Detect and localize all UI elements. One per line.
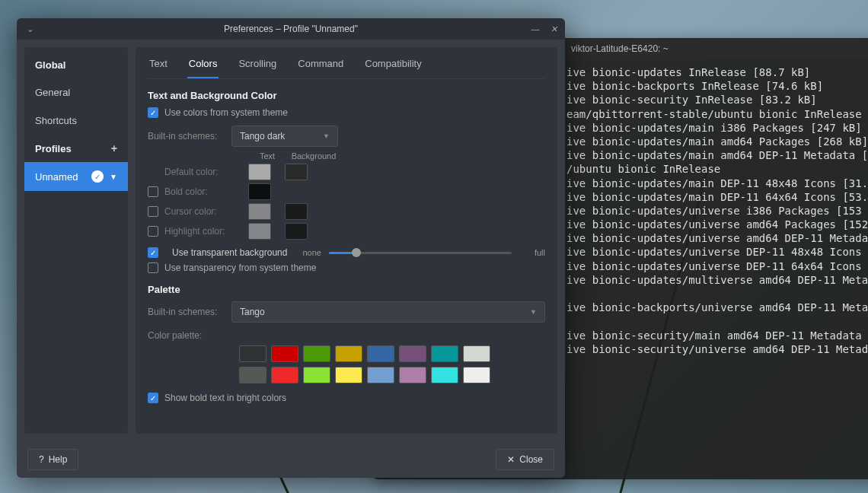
palette-swatch-12[interactable] (367, 367, 394, 383)
default-color-label: Default color: (164, 167, 239, 177)
scheme-dropdown[interactable]: Tango dark▼ (231, 126, 338, 147)
highlight-color-label: Highlight color: (164, 226, 239, 237)
content-panel: Text Colors Scrolling Command Compatibil… (136, 47, 557, 434)
palette-swatch-9[interactable] (271, 367, 298, 383)
window-menu-icon[interactable]: ⌄ (23, 22, 37, 36)
close-icon: ✕ (507, 454, 515, 465)
slider-none-label: none (302, 248, 321, 257)
help-button[interactable]: ?Help (27, 449, 78, 470)
use-system-theme-label: Use colors from system theme (164, 107, 288, 118)
highlight-text-swatch[interactable] (248, 223, 271, 240)
sidebar-item-unnamed[interactable]: Unnamed ✓ ▼ (24, 162, 128, 191)
help-icon: ? (39, 454, 44, 465)
cursor-color-label: Cursor color: (164, 206, 239, 217)
col-header-text: Text (248, 151, 286, 161)
bold-bright-label: Show bold text in bright colors (164, 393, 286, 403)
palette-grid (239, 345, 545, 383)
close-button[interactable]: ✕Close (496, 449, 554, 470)
default-bg-swatch[interactable] (285, 164, 308, 180)
palette-swatch-14[interactable] (431, 367, 458, 383)
palette-swatch-15[interactable] (463, 367, 490, 383)
sidebar-item-general[interactable]: General (24, 78, 128, 107)
minimize-button[interactable]: — (528, 22, 542, 36)
chevron-down-icon: ▼ (530, 308, 537, 316)
palette-swatch-5[interactable] (399, 345, 426, 362)
transparent-bg-label: Use transparent background (172, 247, 287, 258)
preferences-window: ⌄ Preferences – Profile "Unnamed" — ✕ Gl… (17, 18, 565, 478)
sidebar-head-profiles: Profiles + (24, 135, 128, 162)
cursor-bg-swatch[interactable] (285, 203, 308, 220)
trans-from-theme-label: Use transparency from system theme (164, 262, 316, 273)
profile-menu-chevron-icon[interactable]: ▼ (110, 173, 117, 181)
highlight-bg-swatch[interactable] (285, 223, 308, 240)
close-window-button[interactable]: ✕ (547, 22, 560, 36)
default-text-swatch[interactable] (248, 164, 271, 180)
section-palette: Palette (148, 284, 545, 295)
tab-text[interactable]: Text (148, 47, 169, 78)
cursor-text-swatch[interactable] (248, 203, 271, 220)
use-system-theme-checkbox[interactable]: ✓ (148, 107, 158, 118)
cursor-color-checkbox[interactable] (148, 206, 158, 217)
palette-swatch-7[interactable] (463, 345, 490, 362)
highlight-color-checkbox[interactable] (148, 226, 158, 237)
col-header-background: Background (286, 151, 341, 161)
tab-bar: Text Colors Scrolling Command Compatibil… (148, 47, 545, 79)
palette-swatch-0[interactable] (239, 345, 266, 362)
palette-swatch-4[interactable] (367, 345, 394, 362)
palette-swatch-8[interactable] (239, 367, 266, 383)
bold-color-label: Bold color: (164, 186, 239, 197)
window-titlebar: ⌄ Preferences – Profile "Unnamed" — ✕ (17, 18, 565, 40)
palette-swatch-3[interactable] (335, 345, 362, 362)
tab-compatibility[interactable]: Compatibility (363, 47, 423, 78)
slider-full-label: full (535, 248, 545, 257)
builtin-schemes-label: Built-in schemes: (148, 131, 231, 142)
sidebar-item-shortcuts[interactable]: Shortcuts (24, 107, 128, 135)
palette-swatch-11[interactable] (335, 367, 362, 383)
palette-swatch-2[interactable] (303, 345, 330, 362)
palette-schemes-label: Built-in schemes: (148, 307, 231, 317)
bold-color-checkbox[interactable] (148, 186, 158, 197)
tab-colors[interactable]: Colors (187, 47, 219, 78)
window-title: Preferences – Profile "Unnamed" (224, 24, 358, 34)
dialog-footer: ?Help ✕Close (17, 441, 565, 478)
active-profile-check-icon: ✓ (91, 170, 104, 183)
palette-swatch-6[interactable] (431, 345, 458, 362)
sidebar-head-global: Global (24, 52, 128, 78)
section-text-bg: Text and Background Color (148, 90, 545, 101)
palette-swatch-1[interactable] (271, 345, 298, 362)
palette-swatch-13[interactable] (399, 367, 426, 383)
tab-scrolling[interactable]: Scrolling (237, 47, 278, 78)
transparent-bg-checkbox[interactable]: ✓ (148, 247, 158, 258)
tab-command[interactable]: Command (296, 47, 345, 78)
chevron-down-icon: ▼ (323, 132, 330, 140)
palette-scheme-dropdown[interactable]: Tango▼ (231, 301, 545, 323)
trans-from-theme-checkbox[interactable] (148, 262, 158, 273)
sidebar: Global General Shortcuts Profiles + Unna… (24, 47, 128, 434)
bold-text-swatch[interactable] (248, 183, 271, 200)
transparency-slider[interactable] (329, 247, 512, 258)
add-profile-button[interactable]: + (111, 142, 117, 154)
bold-bright-checkbox[interactable]: ✓ (148, 393, 158, 403)
palette-swatch-10[interactable] (303, 367, 330, 383)
color-palette-label: Color palette: (148, 327, 231, 341)
